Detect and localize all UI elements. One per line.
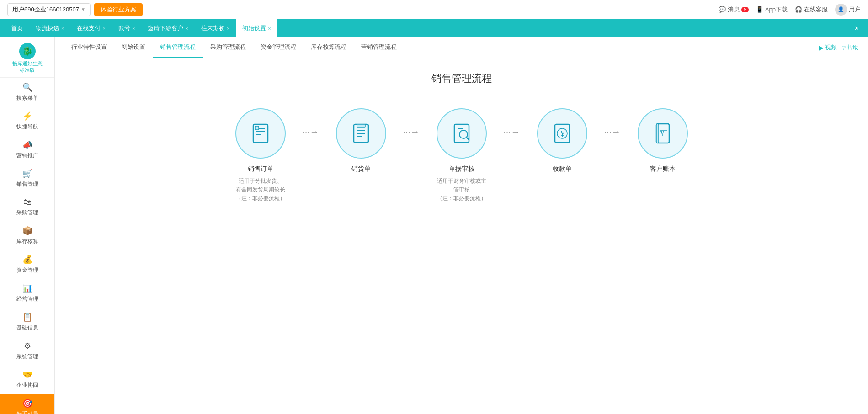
nav-tab-payment-label: 在线支付 [77,24,101,32]
avatar: 👤 [835,4,847,16]
nav-tab-home[interactable]: 首页 [5,19,29,37]
sidebar-item-marketing-label: 营销推广 [16,152,38,159]
sidebar-item-inventory[interactable]: 📦 库存核算 [0,221,54,250]
cart-icon: 🛒 [22,169,32,179]
sidebar-item-search[interactable]: 🔍 搜索菜单 [0,78,54,106]
arrow-icon: ···→ [604,127,621,137]
flow-arrow-4: ···→ [599,108,626,137]
svg-rect-6 [357,124,365,127]
svg-text:¥: ¥ [560,129,565,139]
close-icon[interactable]: × [227,26,229,31]
nav-tab-invite[interactable]: 邀请下游客户 × [141,19,194,37]
target-icon: 🎯 [22,398,32,409]
top-bar-right: 💬 消息 6 📱 App下载 🎧 在线客服 👤 用户 [719,4,861,16]
arrow-icon: ···→ [403,127,420,137]
try-industry-button[interactable]: 体验行业方案 [94,3,143,16]
nav-tab-invite-label: 邀请下游客户 [148,24,183,32]
nav-tab-home-label: 首页 [11,24,23,32]
subtab-marketing-flow[interactable]: 营销管理流程 [354,37,404,58]
megaphone-icon: 📣 [22,140,32,150]
sidebar-item-operation[interactable]: 📊 经营管理 [0,279,54,308]
sidebar-item-sales[interactable]: 🛒 销售管理 [0,164,54,193]
sidebar-item-search-label: 搜索菜单 [16,94,38,102]
sidebar-item-sales-label: 销售管理 [16,180,38,188]
flow-arrow-1: ···→ [297,108,325,137]
sidebar-item-basic[interactable]: 📋 基础信息 [0,308,54,336]
app-download-item[interactable]: 📱 App下载 [756,5,788,14]
headset-icon: 🎧 [795,6,802,13]
sidebar-logo: 🐉 畅库通好生意标准版 [0,37,54,78]
receipt-icon: ¥ [550,122,574,145]
delivery-icon [349,122,373,145]
nav-tab-period[interactable]: 往来期初 × [195,19,236,37]
subtab-init-label: 初始设置 [122,43,145,50]
sidebar-item-collab[interactable]: 🤝 企业协同 [0,365,54,394]
sidebar-item-finance-label: 资金管理 [16,266,38,274]
subtab-purchase-flow[interactable]: 采购管理流程 [203,37,253,58]
video-label: 视频 [825,43,837,52]
flow-circle-receipt: ¥ [537,108,587,159]
flow-diagram: 销售订单 适用于分批发货、有合同发货周期较长（注：非必要流程） ···→ [73,108,850,203]
app-download-label: App下载 [765,5,788,14]
flow-content: 销售管理流程 销售订单 适用于分批发货、有合同发货周期较长（ [55,58,868,217]
close-icon[interactable]: × [268,26,271,31]
arrow-icon: ···→ [302,127,319,137]
message-icon-item[interactable]: 💬 消息 6 [719,5,749,14]
order-icon [249,122,272,145]
close-icon[interactable]: × [185,26,188,31]
nav-tab-account[interactable]: 账号 × [112,19,141,37]
sidebar-item-purchase[interactable]: 🛍 采购管理 [0,193,54,221]
subtab-industry[interactable]: 行业特性设置 [64,37,114,58]
message-badge: 6 [741,7,749,12]
user-selector[interactable]: 用户690企业1660120507 ▼ [7,3,91,16]
step-receipt-name: 收款单 [553,165,572,173]
sidebar-item-finance[interactable]: 💰 资金管理 [0,250,54,279]
nav-close-all-button[interactable]: × [850,24,863,32]
nav-tab-init[interactable]: 初始设置 × [236,19,277,37]
nav-tab-logistics[interactable]: 物流快递 × [29,19,70,37]
user-avatar-item[interactable]: 👤 用户 [835,4,861,16]
sidebar-item-purchase-label: 采购管理 [16,209,38,217]
subtab-init[interactable]: 初始设置 [114,37,153,58]
online-service-item[interactable]: 🎧 在线客服 [795,5,828,14]
question-icon: ? [842,44,846,51]
sidebar-item-system[interactable]: ⚙ 系统管理 [0,336,54,365]
flow-arrow-2: ···→ [398,108,425,137]
video-link[interactable]: ▶ 视频 [819,43,837,52]
step-delivery-name: 销货单 [351,165,371,173]
play-icon: ▶ [819,44,824,51]
flow-step-order: 销售订单 适用于分批发货、有合同发货周期较长（注：非必要流程） [224,108,297,203]
flow-step-delivery: 销货单 [325,108,398,177]
step-order-name: 销售订单 [248,165,273,173]
arrow-icon: ···→ [503,127,520,137]
sidebar-item-marketing[interactable]: 📣 营销推广 [0,135,54,164]
subtab-marketing-flow-label: 营销管理流程 [361,43,397,50]
close-icon[interactable]: × [102,26,105,31]
sidebar-item-quicknav[interactable]: ⚡ 快捷导航 [0,106,54,135]
help-label: 帮助 [847,43,859,52]
search-icon: 🔍 [22,82,32,92]
nav-tab-period-label: 往来期初 [201,24,225,32]
help-link[interactable]: ? 帮助 [842,43,859,52]
nav-tab-payment[interactable]: 在线支付 × [70,19,112,37]
subtab-finance-flow[interactable]: 资金管理流程 [253,37,304,58]
user-name-label: 用户 [849,5,861,14]
close-icon[interactable]: × [132,26,135,31]
subtab-inventory-flow[interactable]: 库存核算流程 [304,37,354,58]
user-label: 用户690企业1660120507 [12,5,79,14]
sidebar-item-system-label: 系统管理 [16,353,38,361]
sidebar-item-newguide-label: 新手引导 [16,410,38,414]
nav-tab-init-label: 初始设置 [242,24,266,32]
chart-icon: 📊 [22,283,32,293]
nav-tab-account-label: 账号 [118,24,130,32]
clipboard-icon: 📋 [22,312,32,322]
nav-tab-logistics-label: 物流快递 [36,24,59,32]
online-service-label: 在线客服 [804,5,828,14]
subtab-industry-label: 行业特性设置 [71,43,107,50]
sidebar-item-newguide[interactable]: 🎯 新手引导 [0,394,54,414]
close-icon[interactable]: × [61,26,64,31]
flow-circle-order [235,108,286,159]
bag-icon: 🛍 [23,197,32,207]
flow-step-receipt: ¥ 收款单 [526,108,599,177]
subtab-sales-flow[interactable]: 销售管理流程 [153,37,203,58]
